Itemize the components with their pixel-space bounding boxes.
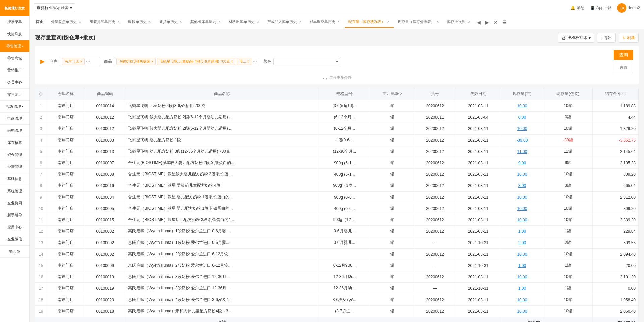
tab-scroll-right[interactable]: ▶ [483,18,491,26]
cell-stock-main[interactable]: 2.00 [501,237,543,249]
product-tag-remove-0[interactable]: × [151,60,153,63]
cell-balance: 1,189.88 [592,100,638,112]
tab-home[interactable]: 首页 [32,16,47,28]
warehouse-input[interactable]: 南岸门店× ··· [60,57,100,66]
cell-product-name: 飞鹤星飞帆 较大婴儿配方奶粉 2段(6-12个月婴幼儿适用) ... [125,112,319,123]
message-btn[interactable]: 🔔 消息 [570,5,585,11]
filter-expand-btn[interactable]: ▶ [40,58,44,65]
cell-num: 16 [35,271,47,283]
template-print-btn[interactable]: 🖨 按模板打印 ▾ [558,33,594,43]
sidebar-item-operation-mgmt[interactable]: 经营管理 [0,161,29,173]
product-tag-remove-1[interactable]: × [231,60,233,63]
cell-stock-main[interactable]: 1.00 [501,226,543,237]
tab-other-out-history[interactable]: 其他出库单历史× [187,17,225,28]
sidebar-item-inventory-audit[interactable]: 库存核算 [0,137,29,149]
sidebar-item-wholesale-mgmt[interactable]: 批发管理▾ [0,101,29,113]
cell-warehouse: 南岸门店 [47,135,85,146]
tab-disassemble-history[interactable]: 组装拆卸单历史× [86,17,124,28]
balance-info-icon[interactable]: ⓘ [622,92,626,96]
sidebar-item-quick-nav[interactable]: 快捷导航 [0,28,29,40]
color-input[interactable]: ▾ [273,58,340,65]
tab-close-icon[interactable]: × [436,20,440,24]
cell-stock-main[interactable]: 10.00 [501,294,543,306]
cell-stock-main[interactable]: 10.00 [501,123,543,135]
sidebar-item-enterprise-wechat[interactable]: 企业微信 [0,233,29,246]
sidebar-item-member-card[interactable]: 畅会员 [0,246,29,258]
cell-stock-main[interactable]: 1.00 [501,283,543,294]
tab-menu[interactable]: ☰ [500,18,509,26]
tab-scroll-left[interactable]: ◀ [475,18,483,26]
cell-stock-main[interactable]: 0.00 [501,112,543,123]
tab-split-inventory-history[interactable]: 分量盘点单历史× [48,17,86,28]
cell-stock-main[interactable]: 10.00 [501,249,543,260]
cell-stock-main[interactable]: 10.00 [501,203,543,214]
tab-close-icon[interactable]: × [78,20,82,24]
sidebar-item-system-mgmt[interactable]: 系统管理 [0,185,29,197]
tab-close-all[interactable]: ✕ [492,18,500,26]
tab-close-icon[interactable]: × [117,20,121,24]
sidebar-item-new-guide[interactable]: 新手引导 [0,209,29,221]
sidebar-item-enterprise-collab[interactable]: 企业协同 [0,197,29,209]
refresh-btn[interactable]: ↻ 刷新 [619,33,639,43]
export-btn[interactable]: ↓ 导出 [597,33,616,43]
cell-stock-main[interactable]: 3.00 [501,180,543,192]
sidebar-item-marketing[interactable]: 营销推广 [0,64,29,76]
sidebar-item-app-center[interactable]: 应用中心 [0,221,29,233]
cell-stock-main[interactable]: 10.00 [501,192,543,203]
tab-cost-adjust-history[interactable]: 成本调整单历史× [306,17,344,28]
tab-inventory-dist[interactable]: 现存量（库存分布表）× [394,17,443,28]
th-settings[interactable]: ⚙ [35,88,47,100]
cell-stock-main[interactable]: 10.00 [501,100,543,112]
tab-inventory-batch[interactable]: 库存批次账× [444,17,474,28]
tab-material-out-history[interactable]: 材料出库单历史× [225,17,263,28]
cell-stock-main[interactable]: 11.00 [501,146,543,157]
setting-btn[interactable]: 设置 [614,63,633,73]
app-download-btn[interactable]: 📱 App下载 [590,5,611,11]
sidebar-item-retail-mgmt[interactable]: 零售管理▾ [0,40,29,52]
product-tag-more-remove[interactable]: × [247,60,249,63]
cell-balance: 20.00 [592,260,638,271]
cell-stock-main[interactable]: 9.00 [501,157,543,169]
user-profile[interactable]: Ea demo2 [617,3,640,13]
product-dots[interactable]: ··· [253,59,257,65]
warehouse-dots[interactable]: ··· [86,59,90,65]
sidebar-item-retail-stats[interactable]: 零售统计 [0,89,29,101]
tab-close-icon[interactable]: × [256,20,260,24]
th-product-name: 商品名称 [125,88,319,100]
sidebar-item-ecommerce-mgmt[interactable]: 电商管理 [0,113,29,125]
tab-close-icon[interactable]: × [217,20,221,24]
settings-icon[interactable]: ⚙ [39,91,43,97]
tab-close-icon[interactable]: × [148,20,152,24]
account-dropdown[interactable]: 母婴行业演示账套 ▾ [34,3,75,12]
tab-close-icon[interactable]: × [386,20,390,24]
cell-expiry: 2021-03-11 [455,135,501,146]
tab-requisition-history[interactable]: 要货单历史× [156,17,186,28]
tab-product-in-history[interactable]: 产成品入库单历史× [264,17,306,28]
cell-stock-main[interactable]: 10.00 [501,306,543,317]
sidebar-item-retail-mall[interactable]: 零售商城 [0,52,29,64]
sidebar-item-basic-info[interactable]: 基础信息 [0,173,29,185]
cell-stock-main[interactable]: 10.00 [501,214,543,226]
table-row: 2南岸门店00100012飞鹤星飞帆 较大婴儿配方奶粉 2段(6-12个月婴幼儿… [35,112,639,123]
cell-spec: 0-6月婴儿... [319,237,370,249]
tab-close-icon[interactable]: × [467,20,471,24]
sidebar-item-finance-mgmt[interactable]: 资金管理 [0,149,29,161]
cell-stock-main[interactable]: 1.00 [501,260,543,271]
warehouse-tag-remove[interactable]: × [80,60,82,63]
tab-inventory-status[interactable]: 现存量（库存状况表）× [345,17,394,28]
tab-close-icon[interactable]: × [298,20,302,24]
cell-stock-main[interactable]: -39.00 [501,135,543,146]
sidebar-item-purchase-mgmt[interactable]: 采购管理 [0,125,29,137]
sidebar-item-member-center[interactable]: 会员中心 [0,76,29,89]
tab-close-icon[interactable]: × [179,20,183,24]
cell-stock-main[interactable]: 10.00 [501,271,543,283]
sidebar-item-search-single[interactable]: 搜索菜单 [0,16,29,28]
expand-more-conditions[interactable]: ⌄⌄ 展开更多条件 [40,75,633,80]
product-input[interactable]: 飞鹤奶粉3段两提装×飞鹤星飞帆 儿童奶粉 4段(3-6岁适用) 700克×飞..… [114,57,259,66]
tab-close-icon[interactable]: × [337,20,341,24]
th-spec: 规格型号 [319,88,370,100]
tab-pick-history[interactable]: 调拨单历史× [125,17,155,28]
data-table-container: ⚙ 仓库名称 商品编码 商品名称 规格型号 主计量单位 批号 失效日期 现存量(… [35,88,639,322]
query-btn[interactable]: 查询 [614,50,633,60]
cell-stock-main[interactable]: 10.00 [501,169,543,180]
